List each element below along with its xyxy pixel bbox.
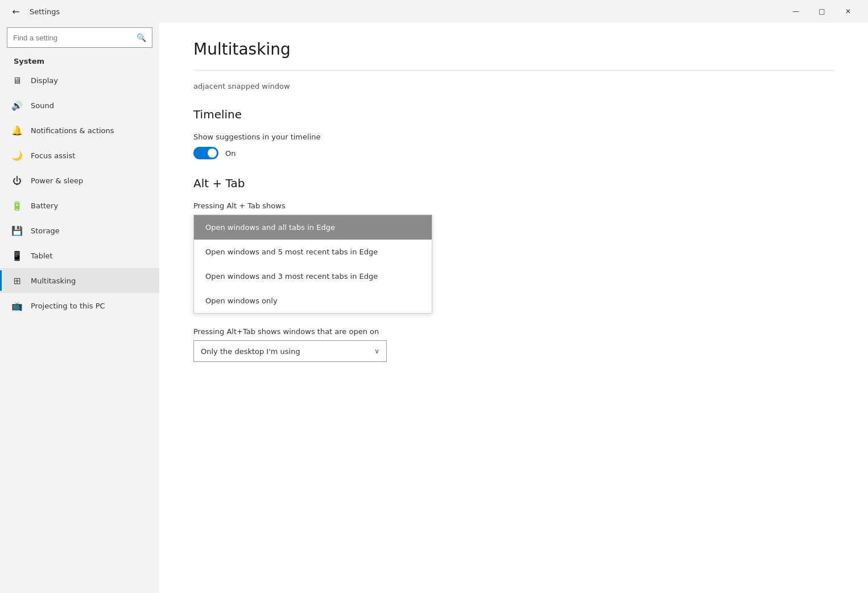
sidebar-item-label: Power & sleep [31, 176, 83, 185]
timeline-toggle-label: Show suggestions in your timeline [193, 133, 834, 141]
pressing-alttab-desktop-label: Pressing Alt+Tab shows windows that are … [193, 327, 834, 336]
title-bar: ← Settings — □ ✕ [0, 0, 868, 23]
sidebar-item-projecting[interactable]: 📺 Projecting to this PC [0, 293, 159, 318]
dropdown-option-3-tabs[interactable]: Open windows and 3 most recent tabs in E… [194, 264, 432, 289]
search-box[interactable]: 🔍 [7, 27, 152, 48]
sidebar-item-label: Display [31, 76, 58, 85]
focus-icon: 🌙 [11, 150, 23, 161]
sidebar: 🔍 System 🖥 Display 🔊 Sound 🔔 Notificatio… [0, 23, 159, 593]
app-body: 🔍 System 🖥 Display 🔊 Sound 🔔 Notificatio… [0, 23, 868, 593]
minimize-button[interactable]: — [783, 2, 809, 20]
desktop-dropdown[interactable]: Only the desktop I'm using ∨ [193, 340, 387, 362]
app-title: Settings [30, 7, 60, 16]
alttab-heading: Alt + Tab [193, 176, 834, 190]
projecting-icon: 📺 [11, 300, 23, 311]
notifications-icon: 🔔 [11, 125, 23, 136]
section-divider [193, 70, 834, 71]
sidebar-item-label: Projecting to this PC [31, 302, 105, 310]
sidebar-item-label: Storage [31, 227, 60, 235]
sidebar-item-sound[interactable]: 🔊 Sound [0, 93, 159, 118]
search-icon: 🔍 [137, 33, 146, 42]
timeline-toggle[interactable] [193, 147, 218, 159]
toggle-state-label: On [225, 149, 235, 158]
search-input[interactable] [13, 34, 132, 42]
maximize-button[interactable]: □ [809, 2, 835, 20]
sidebar-item-label: Focus assist [31, 151, 75, 160]
dropdown-list: Open windows and all tabs in Edge Open w… [193, 215, 432, 314]
close-button[interactable]: ✕ [835, 2, 861, 20]
tablet-icon: 📱 [11, 250, 23, 261]
sidebar-item-focus[interactable]: 🌙 Focus assist [0, 143, 159, 168]
multitasking-icon: ⊞ [11, 275, 23, 286]
sidebar-item-notifications[interactable]: 🔔 Notifications & actions [0, 118, 159, 143]
sidebar-item-multitasking[interactable]: ⊞ Multitasking [0, 268, 159, 293]
power-icon: ⏻ [11, 175, 23, 186]
back-button[interactable]: ← [7, 2, 25, 20]
storage-icon: 💾 [11, 225, 23, 236]
snapped-text: adjacent snapped window [193, 82, 834, 90]
sidebar-item-label: Multitasking [31, 277, 76, 285]
dropdown-option-5-tabs[interactable]: Open windows and 5 most recent tabs in E… [194, 240, 432, 264]
timeline-heading: Timeline [193, 108, 834, 121]
sidebar-item-power[interactable]: ⏻ Power & sleep [0, 168, 159, 193]
toggle-thumb [208, 149, 217, 158]
sidebar-item-battery[interactable]: 🔋 Battery [0, 193, 159, 218]
window-controls: — □ ✕ [783, 2, 861, 20]
sidebar-item-label: Notifications & actions [31, 126, 114, 135]
dropdown-option-all-tabs[interactable]: Open windows and all tabs in Edge [194, 215, 432, 240]
alttab-dropdown-open: Open windows and all tabs in Edge Open w… [193, 215, 432, 314]
pressing-alttab-label: Pressing Alt + Tab shows [193, 201, 834, 210]
sidebar-item-label: Tablet [31, 252, 53, 260]
page-title: Multitasking [193, 40, 834, 59]
sidebar-item-tablet[interactable]: 📱 Tablet [0, 243, 159, 268]
chevron-down-icon: ∨ [374, 347, 379, 355]
dropdown-option-windows-only[interactable]: Open windows only [194, 289, 432, 313]
sidebar-item-display[interactable]: 🖥 Display [0, 68, 159, 93]
display-icon: 🖥 [11, 75, 23, 86]
main-content: Multitasking adjacent snapped window Tim… [159, 23, 868, 593]
sidebar-section-label: System [2, 52, 159, 68]
battery-icon: 🔋 [11, 200, 23, 211]
desktop-dropdown-value: Only the desktop I'm using [201, 347, 300, 356]
sidebar-item-label: Sound [31, 101, 54, 110]
timeline-toggle-row: On [193, 147, 834, 159]
sidebar-item-label: Battery [31, 201, 58, 210]
sound-icon: 🔊 [11, 100, 23, 111]
sidebar-item-storage[interactable]: 💾 Storage [0, 218, 159, 243]
